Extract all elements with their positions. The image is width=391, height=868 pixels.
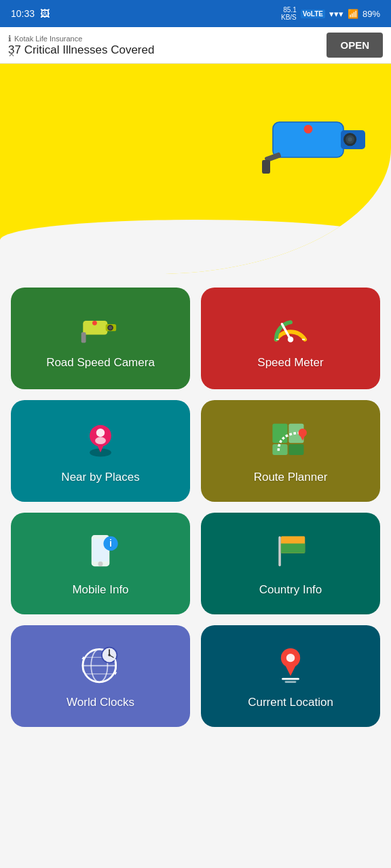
- svg-rect-35: [278, 536, 281, 566]
- grid-item-road-speed-camera[interactable]: Road Speed Camera: [11, 288, 190, 389]
- grid-container: Road Speed Camera Speed Meter: [0, 274, 391, 747]
- ad-banner: ℹ Kotak Life Insurance 37 Critical Illne…: [0, 27, 391, 64]
- svg-point-5: [348, 137, 352, 141]
- route-planner-label: Route Planner: [254, 471, 328, 484]
- svg-rect-24: [272, 424, 287, 443]
- hero-camera-icon: [262, 98, 371, 179]
- battery-display: 89%: [362, 9, 380, 19]
- svg-point-6: [304, 125, 313, 134]
- svg-point-22: [96, 429, 105, 437]
- ad-open-button[interactable]: OPEN: [327, 33, 383, 58]
- ad-title: 37 Critical Illnesses Covered: [8, 43, 320, 57]
- speed-meter-icon: [269, 308, 312, 351]
- grid-item-route-planner[interactable]: Route Planner: [201, 400, 380, 502]
- speed-meter-label: Speed Meter: [257, 356, 323, 370]
- svg-point-34: [98, 561, 103, 566]
- svg-rect-27: [288, 444, 303, 455]
- ad-close-button[interactable]: ✕: [8, 50, 15, 59]
- current-location-label: Current Location: [248, 696, 333, 709]
- time-display: 10:33: [11, 8, 35, 19]
- country-info-icon: [269, 530, 312, 578]
- grid-item-world-clocks[interactable]: World Clocks: [11, 625, 190, 727]
- grid-item-nearby-places[interactable]: Near by Places: [11, 400, 190, 502]
- mobile-info-label: Mobile Info: [72, 583, 128, 597]
- svg-point-12: [109, 326, 112, 329]
- world-clocks-icon: [79, 643, 123, 690]
- nearby-places-label: Near by Places: [61, 471, 139, 484]
- svg-text:i: i: [109, 538, 112, 549]
- grid-item-speed-meter[interactable]: Speed Meter: [201, 288, 380, 389]
- speed-display: 85.1KB/S: [281, 6, 297, 21]
- country-info-label: Country Info: [259, 583, 322, 597]
- grid-item-country-info[interactable]: Country Info: [201, 513, 380, 614]
- info-icon: ℹ: [8, 34, 12, 43]
- photo-icon: 🖼: [40, 8, 50, 19]
- svg-rect-14: [81, 332, 86, 342]
- status-left: 10:33 🖼: [11, 8, 50, 19]
- svg-point-13: [92, 320, 97, 325]
- ad-source: ℹ Kotak Life Insurance: [8, 34, 320, 43]
- route-planner-icon: [269, 418, 312, 465]
- bottom-space: [0, 747, 391, 868]
- signal-icon: 📶: [348, 9, 358, 19]
- grid-item-mobile-info[interactable]: i Mobile Info: [11, 513, 190, 614]
- mobile-info-icon: i: [79, 530, 122, 578]
- status-right: 85.1KB/S VoLTE ▾▾▾ 📶 89%: [281, 6, 380, 21]
- svg-point-52: [286, 654, 295, 662]
- wifi-icon: ▾▾▾: [329, 9, 343, 19]
- svg-point-47: [108, 654, 110, 656]
- volte-icon: VoLTE: [301, 9, 325, 18]
- hero-banner: [0, 64, 391, 274]
- svg-rect-37: [281, 543, 305, 553]
- svg-point-23: [95, 437, 106, 444]
- nearby-places-icon: [79, 418, 122, 465]
- svg-point-16: [288, 336, 293, 342]
- ad-info: ℹ Kotak Life Insurance 37 Critical Illne…: [8, 34, 320, 57]
- svg-rect-8: [262, 160, 270, 174]
- status-bar: 10:33 🖼 85.1KB/S VoLTE ▾▾▾ 📶 89%: [0, 0, 391, 27]
- road-speed-camera-label: Road Speed Camera: [46, 356, 155, 370]
- current-location-icon: [269, 643, 312, 690]
- grid-item-current-location[interactable]: Current Location: [201, 625, 380, 727]
- world-clocks-label: World Clocks: [67, 696, 134, 709]
- road-speed-camera-icon: [80, 308, 121, 351]
- svg-marker-51: [284, 664, 297, 676]
